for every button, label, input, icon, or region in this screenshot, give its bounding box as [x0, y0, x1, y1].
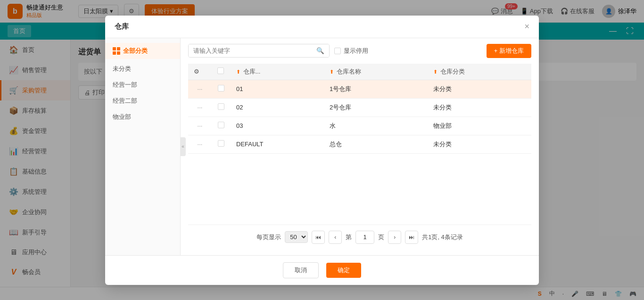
dialog-header: 仓库 ×: [105, 16, 539, 38]
row-actions[interactable]: ···: [188, 98, 212, 117]
row-code: 01: [231, 80, 324, 98]
table-container: ⚙ ⬆ 仓库... ⬆ 仓库名称: [188, 64, 531, 225]
table-head-row: ⚙ ⬆ 仓库... ⬆ 仓库名称: [188, 64, 531, 80]
table-body: ··· 01 1号仓库 未分类 ··· 02 2号仓库 未分类 ···: [188, 80, 531, 153]
cancel-btn[interactable]: 取消: [283, 262, 319, 278]
th-code: ⬆ 仓库...: [231, 64, 324, 80]
add-warehouse-btn[interactable]: + 新增仓库: [487, 44, 531, 58]
th-check: [212, 64, 231, 80]
modal-overlay: 仓库 × 全部分类 未分类 经营一部 经营二部: [0, 0, 644, 300]
row-more-icon[interactable]: ···: [198, 141, 203, 148]
table-row[interactable]: ··· DEFAULT 总仓 未分类: [188, 135, 531, 153]
row-name: 2号仓库: [324, 98, 428, 117]
row-more-icon[interactable]: ···: [198, 104, 203, 111]
row-more-icon[interactable]: ···: [198, 122, 203, 129]
row-name: 1号仓库: [324, 80, 428, 98]
cat-item-dept2-label: 经营二部: [113, 97, 137, 104]
row-category: 物业部: [428, 117, 531, 135]
row-checkbox[interactable]: [218, 140, 224, 147]
select-all-checkbox[interactable]: [217, 67, 224, 74]
row-checkbox-cell: [212, 135, 231, 153]
category-panel: 全部分类 未分类 经营一部 经营二部 物业部 «: [105, 38, 181, 255]
search-icon-btn[interactable]: 🔍: [312, 44, 329, 57]
th-name: ⬆ 仓库名称: [324, 64, 428, 80]
search-box: 🔍: [188, 44, 330, 58]
dialog-close-button[interactable]: ×: [524, 22, 529, 31]
dialog-body: 全部分类 未分类 经营一部 经营二部 物业部 «: [105, 38, 539, 255]
row-category: 未分类: [428, 80, 531, 98]
cat-item-uncategorized-label: 未分类: [113, 65, 131, 72]
confirm-btn[interactable]: 确定: [326, 263, 361, 278]
warehouse-dialog: 仓库 × 全部分类 未分类 经营一部 经营二部: [105, 16, 539, 285]
cat-item-property[interactable]: 物业部: [105, 109, 180, 125]
row-actions[interactable]: ···: [188, 80, 212, 98]
cat-item-uncategorized[interactable]: 未分类: [105, 61, 180, 77]
collapse-panel-btn[interactable]: «: [180, 137, 186, 156]
row-code: 03: [231, 117, 324, 135]
sort-icon-name: ⬆: [330, 69, 334, 75]
row-checkbox-cell: [212, 98, 231, 117]
row-checkbox[interactable]: [218, 85, 224, 92]
row-checkbox[interactable]: [218, 103, 224, 110]
row-code: 02: [231, 98, 324, 117]
row-code: DEFAULT: [231, 135, 324, 153]
dialog-footer: 取消 确定: [105, 255, 539, 285]
row-name: 总仓: [324, 135, 428, 153]
grid-icon: [113, 47, 120, 55]
page-label: 第: [346, 233, 352, 242]
th-category: ⬆ 仓库分类: [428, 64, 531, 80]
table-row[interactable]: ··· 03 水 物业部: [188, 117, 531, 135]
th-gear: ⚙: [188, 64, 212, 80]
cat-item-dept2[interactable]: 经营二部: [105, 93, 180, 109]
row-category: 未分类: [428, 98, 531, 117]
show-disabled-label[interactable]: 显示停用: [334, 47, 368, 55]
table-panel: 🔍 显示停用 + 新增仓库 ⚙: [181, 38, 539, 255]
cat-item-dept1[interactable]: 经营一部: [105, 77, 180, 93]
row-checkbox-cell: [212, 117, 231, 135]
row-category: 未分类: [428, 135, 531, 153]
page-next-btn[interactable]: ›: [388, 231, 401, 244]
sort-icon-code: ⬆: [236, 69, 240, 75]
search-input[interactable]: [189, 44, 312, 57]
page-last-btn[interactable]: ⏭: [405, 231, 418, 244]
total-label: 共1页, 4条记录: [422, 233, 463, 242]
cat-item-dept1-label: 经营一部: [113, 81, 137, 88]
pagination: 每页显示 50 ⏮ ‹ 第 页 › ⏭ 共1页, 4条记录: [188, 225, 531, 250]
page-first-btn[interactable]: ⏮: [312, 231, 325, 244]
row-checkbox-cell: [212, 80, 231, 98]
row-checkbox[interactable]: [218, 122, 224, 128]
page-input[interactable]: [355, 231, 374, 244]
table-head: ⚙ ⬆ 仓库... ⬆ 仓库名称: [188, 64, 531, 80]
per-page-select[interactable]: 50: [285, 231, 308, 243]
category-header: 全部分类: [105, 43, 180, 59]
row-actions[interactable]: ···: [188, 117, 212, 135]
warehouse-table: ⚙ ⬆ 仓库... ⬆ 仓库名称: [188, 64, 531, 154]
show-disabled-text: 显示停用: [344, 47, 368, 55]
table-toolbar: 🔍 显示停用 + 新增仓库: [188, 44, 531, 58]
page-prev-btn[interactable]: ‹: [329, 231, 342, 244]
per-page-label: 每页显示: [256, 233, 281, 242]
cat-item-property-label: 物业部: [113, 113, 131, 120]
row-more-icon[interactable]: ···: [198, 85, 203, 92]
page-unit: 页: [378, 233, 384, 242]
table-row[interactable]: ··· 02 2号仓库 未分类: [188, 98, 531, 117]
table-row[interactable]: ··· 01 1号仓库 未分类: [188, 80, 531, 98]
row-name: 水: [324, 117, 428, 135]
dialog-title: 仓库: [115, 22, 129, 31]
sort-icon-cat: ⬆: [433, 69, 438, 75]
show-disabled-checkbox[interactable]: [334, 48, 341, 54]
category-all-label[interactable]: 全部分类: [123, 47, 148, 55]
row-actions[interactable]: ···: [188, 135, 212, 153]
